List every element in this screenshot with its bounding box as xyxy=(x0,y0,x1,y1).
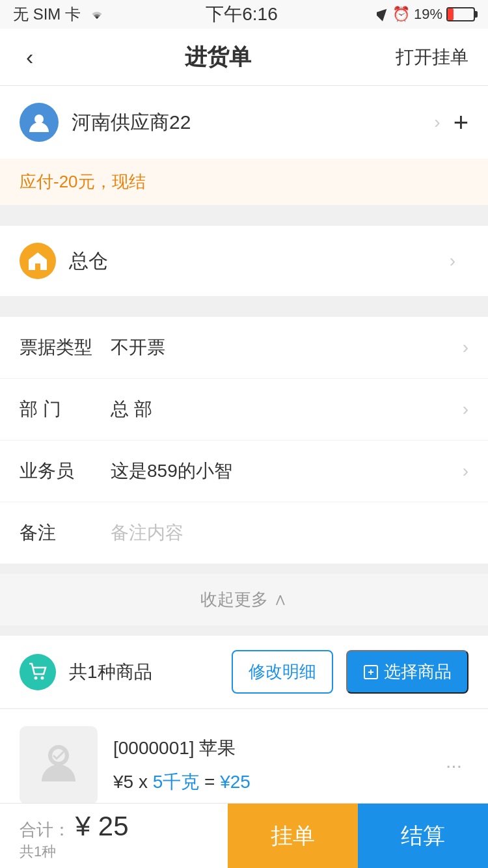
select-product-icon xyxy=(363,664,379,680)
status-carrier: 无 SIM 卡 xyxy=(13,4,107,25)
person-icon xyxy=(27,111,51,134)
product-thumbnail xyxy=(20,726,98,804)
supplier-name: 河南供应商22 xyxy=(72,109,434,136)
total-amount: ¥ 25 xyxy=(75,811,129,841)
total-row: 合计： ¥ 25 xyxy=(20,811,208,842)
location-icon xyxy=(377,7,388,21)
supplier-avatar xyxy=(20,103,59,142)
ticket-label: 票据类型 xyxy=(20,335,104,360)
total-count: 共1种 xyxy=(20,842,208,861)
battery-icon xyxy=(446,7,475,21)
cart-icon xyxy=(27,661,49,683)
product-price: ¥5 x 5千克 = ¥25 xyxy=(113,770,424,794)
add-button[interactable]: + xyxy=(454,108,468,137)
supplier-row[interactable]: 河南供应商22 › + xyxy=(0,86,488,159)
warehouse-card: 总仓 › xyxy=(0,226,488,296)
checkout-button[interactable]: 结算 xyxy=(358,804,488,869)
form-row-department[interactable]: 部 门 总 部 › xyxy=(0,379,488,441)
supplier-card: 河南供应商22 › + 应付-20元，现结 xyxy=(0,86,488,205)
dept-chevron-icon: › xyxy=(463,399,468,420)
select-product-button[interactable]: 选择商品 xyxy=(346,650,468,694)
page-title: 进货单 xyxy=(185,42,251,72)
ticket-chevron-icon: › xyxy=(463,337,468,358)
status-time: 下午6:16 xyxy=(206,2,278,27)
product-more-button[interactable]: ··· xyxy=(439,748,468,783)
status-right: ⏰ 19% xyxy=(377,6,475,23)
pending-button[interactable]: 挂单 xyxy=(228,804,358,869)
total-section: 合计： ¥ 25 共1种 xyxy=(0,811,228,861)
svg-point-1 xyxy=(34,676,38,679)
product-logo-icon xyxy=(33,739,85,791)
product-name: [0000001] 苹果 xyxy=(113,736,424,761)
form-row-ticket[interactable]: 票据类型 不开票 › xyxy=(0,317,488,379)
wifi-icon xyxy=(87,7,107,21)
warehouse-chevron-icon: › xyxy=(450,251,455,271)
alarm-icon: ⏰ xyxy=(392,6,410,23)
nav-bar: ‹ 进货单 打开挂单 xyxy=(0,29,488,86)
svg-point-0 xyxy=(34,115,44,124)
bottom-bar: 合计： ¥ 25 共1种 挂单 结算 xyxy=(0,803,488,868)
total-label: 合计： xyxy=(20,820,70,839)
warehouse-icon xyxy=(20,243,56,279)
dept-label: 部 门 xyxy=(20,397,104,422)
open-pending-button[interactable]: 打开挂单 xyxy=(396,45,468,70)
form-row-remark[interactable]: 备注 备注内容 xyxy=(0,502,488,563)
product-count: 共1种商品 xyxy=(69,660,219,685)
collapse-button[interactable]: 收起更多 ∧ xyxy=(0,574,488,625)
products-header: 共1种商品 修改明细 选择商品 xyxy=(0,636,488,708)
home-icon xyxy=(27,250,49,272)
carrier-text: 无 SIM 卡 xyxy=(13,4,81,25)
warning-text: 应付-20元，现结 xyxy=(20,172,146,191)
ticket-value: 不开票 xyxy=(104,335,463,360)
salesperson-value: 这是859的小智 xyxy=(104,459,463,483)
cart-icon-circle xyxy=(20,654,56,690)
product-info: [0000001] 苹果 ¥5 x 5千克 = ¥25 xyxy=(113,736,424,794)
form-row-salesperson[interactable]: 业务员 这是859的小智 › xyxy=(0,441,488,502)
salesperson-label: 业务员 xyxy=(20,459,104,483)
form-section: 票据类型 不开票 › 部 门 总 部 › 业务员 这是859的小智 › 备注 备… xyxy=(0,317,488,563)
remark-input[interactable]: 备注内容 xyxy=(104,521,468,545)
back-button[interactable]: ‹ xyxy=(20,38,40,76)
remark-label: 备注 xyxy=(20,521,104,545)
warehouse-row[interactable]: 总仓 › xyxy=(0,226,488,296)
status-bar: 无 SIM 卡 下午6:16 ⏰ 19% xyxy=(0,0,488,29)
edit-detail-button[interactable]: 修改明细 xyxy=(232,650,333,694)
supplier-chevron-icon: › xyxy=(434,112,440,133)
warehouse-name: 总仓 xyxy=(69,248,450,275)
battery-percent: 19% xyxy=(414,6,442,23)
content: 河南供应商22 › + 应付-20元，现结 总仓 › 票据类型 不开票 › xyxy=(0,86,488,868)
warning-banner: 应付-20元，现结 xyxy=(0,159,488,205)
dept-value: 总 部 xyxy=(104,397,463,422)
svg-point-2 xyxy=(41,676,44,679)
salesperson-chevron-icon: › xyxy=(463,461,468,481)
